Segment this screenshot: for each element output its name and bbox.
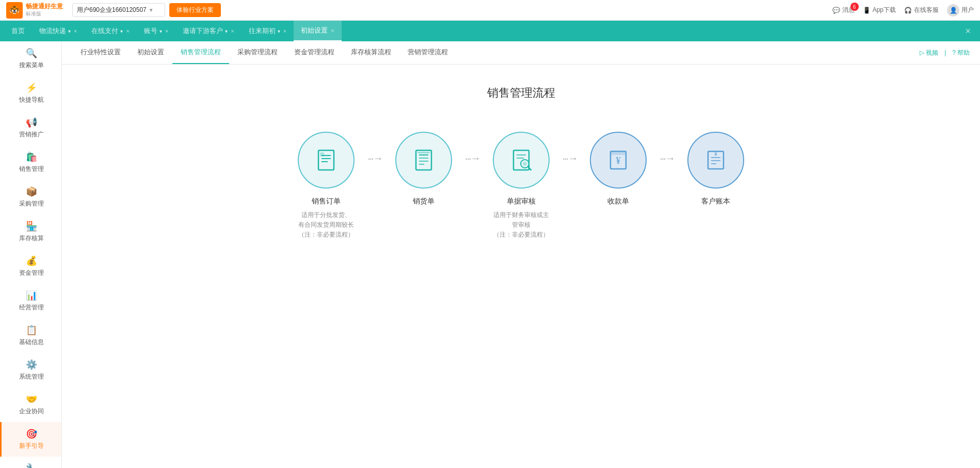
tab-init[interactable]: 初始设置 × <box>294 21 341 41</box>
logo-area: 🐯 畅捷通好生意 标准版 <box>6 2 68 19</box>
corp-icon: 🤝 <box>26 394 37 405</box>
tab-logistics[interactable]: 物流快递 ▾ × <box>32 21 84 41</box>
app-download-button[interactable]: 📱 App下载 <box>863 6 896 14</box>
close-icon[interactable]: × <box>74 28 77 34</box>
subtab-finance-flow-label: 资金管理流程 <box>294 48 334 56</box>
help-icon: ? <box>952 49 956 56</box>
step-desc-review: 适用于财务审核或主管审核（注：非必要流程） <box>493 210 549 240</box>
subtab-init[interactable]: 初始设置 <box>129 41 172 64</box>
tab-account[interactable]: 账号 ▾ × <box>137 21 175 41</box>
sidebar-item-apps[interactable]: 🔧 应用中心 <box>0 457 61 468</box>
tab-logistics-label: 物流快递 <box>39 26 66 36</box>
sidebar: 🔍 搜索菜单 ⚡ 快捷导航 📢 营销推广 🛍️ 销售管理 📦 采购管理 🏪 库存… <box>0 41 62 468</box>
subtab-purchase-flow-label: 采购管理流程 <box>237 48 278 56</box>
subtab-purchase-flow[interactable]: 采购管理流程 <box>229 41 286 64</box>
divider: | <box>944 49 946 56</box>
video-link[interactable]: ▷ 视频 <box>920 49 938 57</box>
sidebar-item-purchase[interactable]: 📦 采购管理 <box>0 180 61 214</box>
experience-button[interactable]: 体验行业方案 <box>169 3 221 17</box>
flow-arrow-4: ···→ <box>660 132 674 164</box>
subtab-sales-flow[interactable]: 销售管理流程 <box>172 41 229 64</box>
svg-rect-19 <box>611 151 626 155</box>
sidebar-item-inventory[interactable]: 🏪 库存核算 <box>0 214 61 249</box>
sidebar-item-corp[interactable]: 🤝 企业协同 <box>0 387 61 422</box>
top-bar: 🐯 畅捷通好生意 标准版 用户690企业1660120507 ▼ 体验行业方案 … <box>0 0 980 21</box>
step-desc-sales-order: 适用于分批发货、有合同发货周期较长（注：非必要流程） <box>298 210 354 240</box>
message-icon: 💬 <box>832 7 840 14</box>
tab-home[interactable]: 首页 <box>4 21 32 41</box>
sidebar-item-newguide[interactable]: 🎯 新手引导 <box>0 422 61 457</box>
user-menu-button[interactable]: 👤 用户 <box>947 4 974 17</box>
logo-text-area: 畅捷通好生意 标准版 <box>26 3 63 18</box>
sidebar-item-basic[interactable]: 📋 基础信息 <box>0 318 61 353</box>
tab-invite[interactable]: 邀请下游客户 ▾ × <box>175 21 241 41</box>
ledger-icon: ¥ <box>703 147 729 173</box>
sidebar-label: 销售管理 <box>19 165 44 174</box>
nav-close-button[interactable]: × <box>960 21 976 41</box>
subtab-sales-flow-label: 销售管理流程 <box>181 48 221 56</box>
chevron-icon: ▾ <box>120 28 123 34</box>
subtab-marketing-flow[interactable]: 营销管理流程 <box>399 41 456 64</box>
chevron-icon: ▾ <box>68 28 71 34</box>
svg-point-15 <box>523 162 527 166</box>
flow-step-ledger: ¥ 客户账本 <box>674 132 757 210</box>
close-icon[interactable]: × <box>231 28 234 34</box>
help-link[interactable]: ? 帮助 <box>952 49 970 57</box>
sidebar-label: 资金管理 <box>19 269 44 277</box>
flow-arrow-3: ···→ <box>563 132 577 164</box>
svg-rect-10 <box>417 152 430 153</box>
svg-text:¥: ¥ <box>714 151 717 157</box>
sidebar-item-search[interactable]: 🔍 搜索菜单 <box>0 41 61 76</box>
top-bar-left: 🐯 畅捷通好生意 标准版 用户690企业1660120507 ▼ 体验行业方案 <box>6 2 221 19</box>
subtab-finance-flow[interactable]: 资金管理流程 <box>286 41 343 64</box>
finance-icon: 💰 <box>26 255 37 267</box>
sidebar-label: 库存核算 <box>19 234 44 243</box>
sidebar-label: 营销推广 <box>19 130 44 139</box>
flow-arrow-1: ···→ <box>367 132 382 164</box>
flow-circle-receipt: ¥ <box>590 132 647 189</box>
tab-init-label: 初始设置 <box>301 26 328 35</box>
sidebar-item-quicknav[interactable]: ⚡ 快捷导航 <box>0 76 61 111</box>
close-icon[interactable]: × <box>126 28 129 34</box>
subtab-inventory-flow-label: 库存核算流程 <box>351 48 391 56</box>
tab-period[interactable]: 往来期初 ▾ × <box>242 21 294 41</box>
close-icon[interactable]: × <box>283 28 286 34</box>
user-selector[interactable]: 用户690企业1660120507 ▼ <box>72 3 165 17</box>
sidebar-label: 系统管理 <box>19 372 44 381</box>
message-button[interactable]: 💬 消息 6 <box>832 6 855 14</box>
sidebar-item-marketing[interactable]: 📢 营销推广 <box>0 111 61 145</box>
receipt-icon: ¥ <box>605 147 631 173</box>
purchase-icon: 📦 <box>26 186 37 197</box>
chevron-icon: ▾ <box>159 28 162 34</box>
flow-circle-ledger: ¥ <box>687 132 744 189</box>
lightning-icon: ⚡ <box>26 82 37 93</box>
step-label-review: 单据审核 <box>507 197 536 206</box>
sidebar-item-finance[interactable]: 💰 资金管理 <box>0 249 61 284</box>
user-label: 用户 <box>961 6 974 14</box>
svg-text:¥: ¥ <box>616 155 621 166</box>
svg-rect-4 <box>320 152 324 157</box>
flow-circle-invoice <box>395 132 452 189</box>
main-layout: 🔍 搜索菜单 ⚡ 快捷导航 📢 营销推广 🛍️ 销售管理 📦 采购管理 🏪 库存… <box>0 41 980 468</box>
subtab-industry[interactable]: 行业特性设置 <box>72 41 129 64</box>
sidebar-item-sales[interactable]: 🛍️ 销售管理 <box>0 145 61 180</box>
tab-invite-label: 邀请下游客户 <box>183 26 223 36</box>
tab-payment-label: 在线支付 <box>91 26 118 36</box>
sidebar-item-system[interactable]: ⚙️ 系统管理 <box>0 353 61 387</box>
step-label-ledger: 客户账本 <box>701 197 730 206</box>
online-service-button[interactable]: 🎧 在线客服 <box>904 6 939 14</box>
flow-content: 销售管理流程 销售订单 适用于分批发货、有合同发货周期较长（ <box>62 65 980 261</box>
close-icon[interactable]: × <box>165 28 168 34</box>
flow-circle-review <box>493 132 550 189</box>
sidebar-label: 企业协同 <box>19 407 44 416</box>
flow-circle-sales-order <box>298 132 355 189</box>
tab-payment[interactable]: 在线支付 ▾ × <box>84 21 136 41</box>
flow-arrow-2: ···→ <box>465 132 480 164</box>
subtab-inventory-flow[interactable]: 库存核算流程 <box>343 41 399 64</box>
chevron-icon: ▾ <box>278 28 280 34</box>
sidebar-item-operation[interactable]: 📊 经营管理 <box>0 284 61 318</box>
close-icon[interactable]: × <box>331 27 334 34</box>
logo-text: 畅捷通好生意 <box>26 3 63 11</box>
order-icon <box>313 147 339 173</box>
sidebar-label: 搜索菜单 <box>19 61 44 70</box>
